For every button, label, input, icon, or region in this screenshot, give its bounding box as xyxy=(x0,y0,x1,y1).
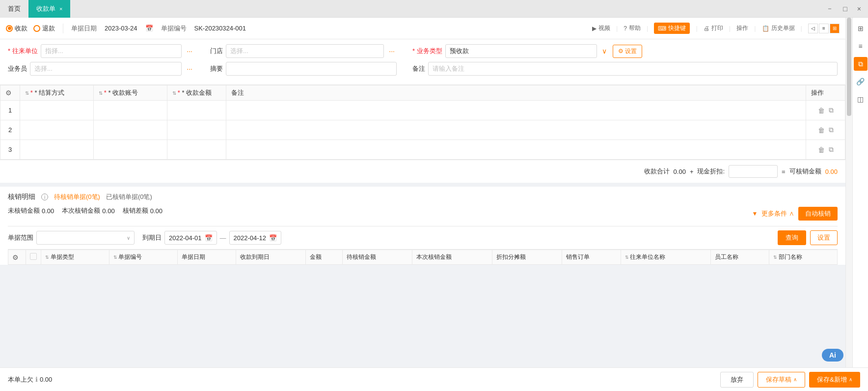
bth-duedate: 收款到期日 xyxy=(236,250,306,265)
bth-settings[interactable]: ⚙ xyxy=(8,250,26,265)
row-3-remark[interactable] xyxy=(226,140,806,160)
row-1-account[interactable] xyxy=(94,101,167,120)
tab-home[interactable]: 首页 xyxy=(0,0,28,18)
biztype-input[interactable]: 预收款 xyxy=(445,44,597,58)
video-btn[interactable]: ▶ 视频 xyxy=(592,24,610,32)
row-2-delete-icon[interactable]: 🗑 xyxy=(818,126,825,134)
row-2-copy-icon[interactable]: ⧉ xyxy=(829,126,834,134)
date-to-field[interactable]: 2022-04-12 📅 xyxy=(229,231,282,245)
layout-icon-2[interactable]: ≡ xyxy=(819,24,829,33)
table-settings-icon[interactable]: ⚙ xyxy=(5,89,12,97)
panel-btn-attach[interactable]: 🔗 xyxy=(854,75,868,88)
form-row-1: * 往来单位 指择... ··· 门店 选择... ··· * 业务类型 xyxy=(8,44,838,58)
main-scrollbar[interactable] xyxy=(845,18,852,367)
tab-shoukuan[interactable]: 收款单 × xyxy=(28,0,70,18)
history-btn[interactable]: 📋 历史单据 xyxy=(762,24,795,32)
th-settings[interactable]: ⚙ xyxy=(0,85,20,101)
row-3-account[interactable] xyxy=(94,140,167,160)
video-label: 视频 xyxy=(598,24,610,32)
row-2-remark[interactable] xyxy=(226,120,806,140)
writeoff-stats: 未核销金额 0.00 本次核销金额 0.00 核销差额 0.00 xyxy=(8,206,163,215)
counterparty-input[interactable]: 指择... xyxy=(41,44,182,58)
radio-shoukuan-dot xyxy=(6,25,13,32)
bottom-info: 本单上欠 ℹ 0.00 xyxy=(8,375,52,384)
minimize-button[interactable]: － xyxy=(823,3,836,14)
print-btn[interactable]: 🖨 打印 xyxy=(704,24,723,32)
radio-tuidan[interactable]: 退款 xyxy=(33,24,55,33)
maximize-button[interactable]: □ xyxy=(840,4,850,14)
bottom-table-settings-icon[interactable]: ⚙ xyxy=(12,253,19,261)
shortcut-btn[interactable]: ⌨ 快捷键 xyxy=(654,23,690,34)
bth-amount: 金额 xyxy=(305,250,342,265)
discard-button[interactable]: 放弃 xyxy=(720,372,754,388)
calendar-icon[interactable]: 📅 xyxy=(145,25,153,32)
row-2-settlement[interactable] xyxy=(20,120,94,140)
bottom-info-icon[interactable]: ℹ xyxy=(35,376,38,383)
store-more-btn[interactable]: ··· xyxy=(387,47,397,55)
range-select[interactable]: ∨ xyxy=(36,231,135,245)
abstract-label: 摘要 xyxy=(210,64,223,73)
panel-btn-table[interactable]: ⊞ xyxy=(854,22,868,35)
salesperson-input[interactable]: 选择... xyxy=(30,62,182,76)
operation-btn[interactable]: 操作 xyxy=(736,24,748,32)
bth-type: ⇅ 单据类型 xyxy=(41,250,109,265)
ai-button[interactable]: Ai xyxy=(822,349,843,362)
date-label: 单据日期 xyxy=(71,24,97,33)
discount-input[interactable] xyxy=(729,165,778,178)
row-2-account[interactable] xyxy=(94,120,167,140)
date-from-field[interactable]: 2022-04-01 📅 xyxy=(164,231,217,245)
row-3-copy-icon[interactable]: ⧉ xyxy=(829,145,834,154)
salesperson-more-btn[interactable]: ··· xyxy=(185,65,194,73)
form-area: * 往来单位 指择... ··· 门店 选择... ··· * 业务类型 xyxy=(0,39,845,85)
tab-close-icon[interactable]: × xyxy=(59,6,62,12)
row-3-settlement[interactable] xyxy=(20,140,94,160)
counterparty-label: * 往来单位 xyxy=(8,47,38,56)
shortcut-icon: ⌨ xyxy=(658,25,666,32)
close-button[interactable]: × xyxy=(854,4,864,14)
row-3-amount[interactable] xyxy=(167,140,226,160)
right-panel: ⊞ ≡ ⧉ 🔗 ◫ xyxy=(852,18,868,391)
auto-writeoff-btn[interactable]: 自动核销 xyxy=(798,207,838,221)
counterparty-more-btn[interactable]: ··· xyxy=(185,47,194,55)
save-draft-chevron-icon: ∧ xyxy=(793,377,797,382)
help-btn[interactable]: ? 帮助 xyxy=(624,24,641,32)
writeoff-right: ▼ 更多条件 ∧ 自动核销 xyxy=(752,207,838,221)
table-row: 1 🗑 ⧉ xyxy=(0,101,845,120)
range-label: 单据范围 xyxy=(8,233,33,242)
table-area: ⚙ ⇅ * * 结算方式 ⇅ * * 收款账号 ⇅ * xyxy=(0,85,845,183)
layout-icon-1[interactable]: ◁ xyxy=(808,24,818,33)
query-button[interactable]: 查询 xyxy=(778,230,806,245)
remark-input[interactable]: 请输入备注 xyxy=(428,62,838,76)
save-draft-button[interactable]: 保存草稿 ∧ xyxy=(758,372,805,388)
panel-btn-copy[interactable]: ⧉ xyxy=(854,57,868,71)
row-2-amount[interactable] xyxy=(167,120,226,140)
save-new-button[interactable]: 保存&新增 ∧ xyxy=(809,372,860,388)
tab-shoukuan-label: 收款单 xyxy=(36,4,55,13)
row-1-delete-icon[interactable]: 🗑 xyxy=(818,107,825,114)
row-1-settlement[interactable] xyxy=(20,101,94,120)
total-value: 0.00 xyxy=(674,168,686,175)
filter-settings-button[interactable]: 设置 xyxy=(810,230,838,245)
row-1-amount[interactable] xyxy=(167,101,226,120)
writeoff-header: 核销明细 i 待核销单据(0笔) 已核销单据(0笔) xyxy=(8,193,838,201)
save-new-chevron-icon: ∧ xyxy=(849,377,852,382)
abstract-input[interactable] xyxy=(226,62,397,76)
bth-checkbox[interactable] xyxy=(26,250,41,265)
row-3-delete-icon[interactable]: 🗑 xyxy=(818,146,825,154)
tab-done[interactable]: 已核销单据(0笔) xyxy=(106,193,152,201)
more-conditions-btn[interactable]: 更多条件 ∧ xyxy=(761,209,794,218)
store-input[interactable]: 选择... xyxy=(226,44,384,58)
row-1-copy-icon[interactable]: ⧉ xyxy=(829,106,834,114)
row-1-remark[interactable] xyxy=(226,101,806,120)
writeoff-info-icon[interactable]: i xyxy=(41,194,48,200)
layout-icon-3[interactable]: ⊞ xyxy=(830,24,840,33)
layout-icons: ◁ ≡ ⊞ xyxy=(808,24,840,33)
radio-shoukuan[interactable]: 收款 xyxy=(6,24,27,33)
panel-btn-camera[interactable]: ◫ xyxy=(854,92,868,106)
biztype-dropdown-icon[interactable]: ∨ xyxy=(600,47,609,55)
settings-button[interactable]: ⚙ 设置 xyxy=(613,45,642,58)
select-all-checkbox[interactable] xyxy=(30,253,37,260)
stat-diff-value: 0.00 xyxy=(150,207,163,215)
tab-pending[interactable]: 待核销单据(0笔) xyxy=(54,193,100,201)
panel-btn-list[interactable]: ≡ xyxy=(854,39,868,53)
